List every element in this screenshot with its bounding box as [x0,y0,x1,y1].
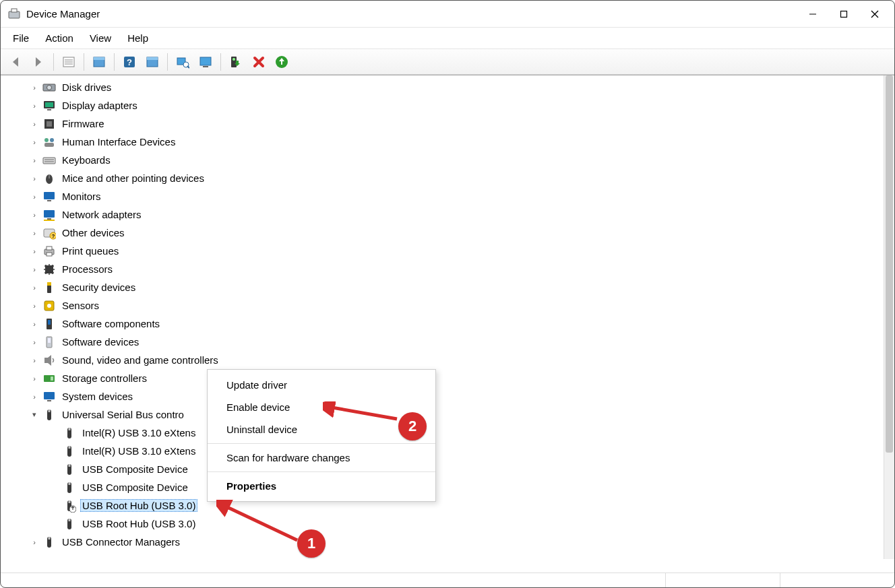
ctx-properties[interactable]: Properties [208,475,435,497]
chevron-right-icon[interactable]: › [29,282,40,293]
show-hidden-button[interactable] [58,52,80,72]
menu-action[interactable]: Action [38,30,80,46]
chevron-right-icon[interactable]: › [29,391,40,402]
tree-item[interactable]: ›System devices [6,387,882,405]
properties-button[interactable] [88,52,110,72]
chevron-right-icon[interactable]: › [29,319,40,329]
usb-icon [63,426,76,440]
scrollbar-thumb[interactable] [886,75,893,453]
usb-icon [63,481,76,494]
disk-icon [42,81,56,94]
ctx-scan-hardware[interactable]: Scan for hardware changes [208,447,435,469]
annotation-step-1: 1 [297,529,326,558]
tree-item[interactable]: ›USB Connector Managers [6,533,882,551]
cpu-icon [42,263,56,276]
menubar: File Action View Help [1,28,894,49]
tree-item[interactable]: ›Software devices [6,333,882,351]
scan-view-button[interactable] [142,52,163,72]
tree-item[interactable]: ›Other devices [6,224,882,242]
forward-button[interactable] [28,52,49,72]
help-button[interactable] [119,52,140,72]
usb-icon [63,463,76,476]
chevron-right-icon[interactable]: › [29,246,40,257]
system-icon [42,390,56,403]
update-driver-button[interactable] [271,52,292,72]
ctx-update-driver[interactable]: Update driver [208,374,435,396]
usb-disabled-icon [63,499,76,513]
vertical-scrollbar[interactable] [884,75,894,559]
minimize-button[interactable] [797,1,828,28]
tree-item[interactable]: ›USB Composite Device [6,478,882,496]
tree-item[interactable]: ›Processors [6,260,882,278]
annotation-step-2: 2 [398,412,427,440]
tree-item[interactable]: ›Software components [6,315,882,333]
chevron-right-icon[interactable]: › [29,209,40,220]
chevron-right-icon[interactable]: › [29,537,40,548]
chevron-right-icon[interactable]: › [29,119,40,129]
add-legacy-button[interactable] [195,52,216,72]
status-cell [780,573,894,587]
chevron-right-icon[interactable]: › [29,373,40,384]
scan-hardware-button[interactable] [172,52,193,72]
chevron-right-icon[interactable]: › [29,337,40,348]
tree-item[interactable]: ›Sound, video and game controllers [6,351,882,369]
tree-item[interactable]: ›Security devices [6,278,882,296]
tree-item[interactable]: ›USB Root Hub (USB 3.0) [6,496,882,515]
tree-item[interactable]: ›Intel(R) USB 3.10 eXtens [6,424,882,442]
tree-item[interactable]: ›USB Composite Device [6,460,882,478]
tree-item-label: Security devices [60,281,137,294]
tree-item[interactable]: ›USB Root Hub (USB 3.0) [6,515,882,533]
storage-icon [42,372,56,385]
uninstall-device-button[interactable] [248,52,270,72]
chevron-right-icon[interactable]: › [29,191,40,202]
tree-item[interactable]: ›Monitors [6,187,882,205]
swcomp-icon [42,317,56,331]
usb-icon [63,445,76,458]
tree-item[interactable]: ›Print queues [6,242,882,260]
chevron-right-icon[interactable]: › [29,173,40,184]
content-area: ›Disk drives›Display adapters›Firmware›H… [1,75,894,573]
tree-item[interactable]: ›Human Interface Devices [6,133,882,151]
titlebar: Device Manager [1,1,894,28]
tree-item[interactable]: ›Network adapters [6,205,882,224]
tree-item[interactable]: ›Display adapters [6,96,882,115]
tree-item-label: USB Connector Managers [60,535,182,548]
tree-item[interactable]: ›Keyboards [6,151,882,169]
chevron-right-icon[interactable]: › [29,155,40,166]
tree-item-label: Storage controllers [60,372,149,385]
ctx-enable-device[interactable]: Enable device [208,396,435,418]
menu-help[interactable]: Help [121,30,155,46]
chevron-down-icon[interactable]: ▾ [29,410,40,420]
enable-device-button[interactable] [225,52,247,72]
chevron-right-icon[interactable]: › [29,228,40,238]
close-button[interactable] [859,1,890,28]
keyboard-icon [42,154,56,167]
security-icon [42,281,56,294]
back-button[interactable] [5,52,26,72]
menu-view[interactable]: View [83,30,118,46]
tree-item-label: Software components [60,317,162,330]
tree-item-label: USB Composite Device [80,463,190,476]
chevron-right-icon[interactable]: › [29,82,40,93]
tree-item[interactable]: ▾Universal Serial Bus contro [6,405,882,424]
monitor-icon [42,190,56,203]
tree-item[interactable]: ›Sensors [6,296,882,315]
maximize-button[interactable] [828,1,859,28]
chevron-right-icon[interactable]: › [29,264,40,275]
tree-item[interactable]: ›Storage controllers [6,369,882,387]
chevron-right-icon[interactable]: › [29,100,40,111]
tree-item[interactable]: ›Disk drives [6,78,882,96]
tree-item-label: Processors [60,263,115,275]
menu-file[interactable]: File [6,30,36,46]
chevron-right-icon[interactable]: › [29,137,40,148]
sound-icon [42,354,56,367]
tree-item[interactable]: ›Mice and other pointing devices [6,169,882,187]
tree-item-label: USB Composite Device [80,481,190,494]
chevron-right-icon[interactable]: › [29,355,40,366]
device-tree[interactable]: ›Disk drives›Display adapters›Firmware›H… [6,78,882,573]
tree-item-label: Sensors [60,299,101,312]
tree-item[interactable]: ›Firmware [6,115,882,133]
chevron-right-icon[interactable]: › [29,300,40,311]
network-icon [42,208,56,222]
tree-item[interactable]: ›Intel(R) USB 3.10 eXtens [6,442,882,460]
